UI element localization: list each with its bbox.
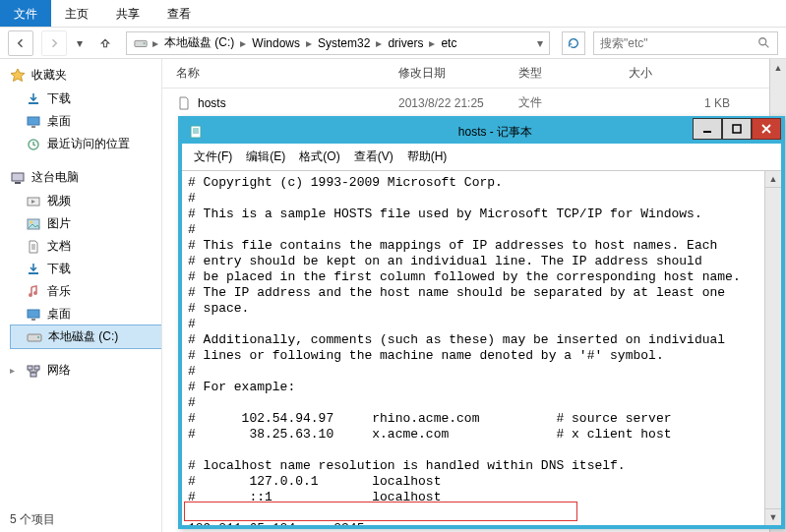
svg-line-3 [765,43,769,47]
chevron-right-icon: ▸ [306,36,312,50]
thispc-group[interactable]: 这台电脑 [10,169,161,186]
svg-rect-0 [135,40,147,46]
chevron-right-icon: ▸ [10,365,20,376]
search-box[interactable] [593,31,778,55]
column-headers[interactable]: 名称 修改日期 类型 大小 [162,59,769,89]
nav-forward[interactable] [41,30,67,56]
recent-icon [26,137,41,152]
navbar: ▾ ▸ 本地磁盘 (C:) ▸ Windows ▸ System32 ▸ dri… [0,28,786,59]
svg-point-19 [37,336,39,338]
sidebar-item-desktop[interactable]: 桌面 [10,110,161,133]
video-icon [26,194,41,209]
col-name[interactable]: 名称 [176,65,398,82]
menu-file[interactable]: 文件(F) [188,147,238,167]
sidebar-item-documents[interactable]: 文档 [10,235,161,258]
sidebar-item-drive-c[interactable]: 本地磁盘 (C:) [10,325,161,349]
menu-view[interactable]: 查看(V) [348,147,399,167]
nav-history-dropdown[interactable]: ▾ [75,36,85,50]
breadcrumb-part[interactable]: etc [439,34,458,52]
breadcrumb[interactable]: ▸ 本地磁盘 (C:) ▸ Windows ▸ System32 ▸ drive… [126,31,550,55]
status-bar: 5 个项目 [10,511,55,528]
file-date: 2013/8/22 21:25 [398,96,518,110]
svg-rect-23 [191,126,201,138]
menu-edit[interactable]: 编辑(E) [240,147,291,167]
desktop-icon [26,307,41,323]
tab-share[interactable]: 共享 [102,0,153,27]
scroll-up-icon[interactable]: ▲ [770,59,786,76]
breadcrumb-part[interactable]: 本地磁盘 (C:) [162,32,236,53]
scroll-down-icon[interactable]: ▼ [765,508,781,525]
svg-point-1 [144,42,146,44]
chevron-right-icon: ▸ [429,36,435,50]
sidebar-item-recent[interactable]: 最近访问的位置 [10,133,161,155]
svg-rect-22 [30,373,36,377]
minimize-button[interactable] [693,118,722,140]
music-icon [26,284,41,300]
tab-home[interactable]: 主页 [51,0,102,27]
favorites-label: 收藏夹 [31,67,67,84]
notepad-window: hosts - 记事本 文件(F) 编辑(E) 格式(O) 查看(V) 帮助(H… [178,116,785,529]
breadcrumb-part[interactable]: Windows [250,34,302,52]
refresh-button[interactable] [562,31,585,55]
file-row[interactable]: hosts 2013/8/22 21:25 文件 1 KB [162,89,769,117]
svg-rect-16 [28,310,39,318]
sidebar-item-pictures[interactable]: 图片 [10,212,161,235]
tab-view[interactable]: 查看 [153,0,205,27]
svg-rect-5 [28,117,39,125]
breadcrumb-dropdown[interactable]: ▾ [537,36,543,50]
tab-file[interactable]: 文件 [0,0,51,27]
sidebar-item-label: 桌面 [47,113,71,130]
svg-rect-17 [31,319,35,321]
sidebar-item-downloads2[interactable]: 下载 [10,258,161,280]
search-icon [757,36,771,50]
notepad-icon [188,124,204,140]
menu-format[interactable]: 格式(O) [293,147,345,167]
pictures-icon [26,216,41,232]
svg-rect-4 [29,102,38,104]
sidebar-item-label: 音乐 [47,283,71,300]
sidebar-item-desktop2[interactable]: 桌面 [10,303,161,325]
close-button[interactable] [752,118,781,140]
col-size[interactable]: 大小 [629,65,769,82]
notepad-menubar: 文件(F) 编辑(E) 格式(O) 查看(V) 帮助(H) [182,144,781,171]
notepad-titlebar[interactable]: hosts - 记事本 [182,120,781,144]
col-date[interactable]: 修改日期 [398,65,518,82]
menu-help[interactable]: 帮助(H) [401,147,453,167]
network-label: 网络 [47,362,71,379]
notepad-textarea[interactable]: # Copyright (c) 1993-2009 Microsoft Corp… [182,171,764,525]
file-name: hosts [198,96,226,110]
sidebar-item-videos[interactable]: 视频 [10,190,161,212]
sidebar-item-label: 最近访问的位置 [47,136,130,152]
sidebar-item-label: 下载 [47,90,71,107]
svg-rect-8 [12,173,24,181]
sidebar-item-label: 图片 [47,215,71,232]
svg-rect-20 [28,366,32,370]
network-group[interactable]: ▸ 网络 [10,362,161,379]
file-icon [176,95,192,111]
documents-icon [26,239,41,255]
sidebar-item-downloads[interactable]: 下载 [10,88,161,110]
chevron-right-icon: ▸ [152,36,158,50]
sidebar-item-label: 文档 [47,238,71,255]
thispc-label: 这台电脑 [31,169,79,186]
maximize-button[interactable] [722,118,752,140]
sidebar-item-music[interactable]: 音乐 [10,280,161,303]
search-input[interactable] [600,36,754,50]
favorites-group[interactable]: 收藏夹 [10,67,161,84]
col-type[interactable]: 类型 [518,65,629,82]
drive-icon [133,36,149,50]
sidebar-item-label: 桌面 [47,306,71,323]
nav-back[interactable] [8,30,33,56]
file-size: 1 KB [629,96,769,110]
breadcrumb-part[interactable]: drivers [386,34,425,52]
svg-rect-6 [31,126,35,128]
notepad-scrollbar[interactable]: ▲ ▼ [764,171,781,525]
ribbon-tabs: 文件 主页 共享 查看 [0,0,786,28]
notepad-body: # Copyright (c) 1993-2009 Microsoft Corp… [182,171,781,525]
scroll-up-icon[interactable]: ▲ [765,171,781,188]
nav-up[interactable] [92,30,118,56]
svg-point-12 [30,220,33,223]
breadcrumb-part[interactable]: System32 [316,34,372,52]
chevron-right-icon: ▸ [240,36,246,50]
sidebar-item-label: 视频 [47,193,71,209]
